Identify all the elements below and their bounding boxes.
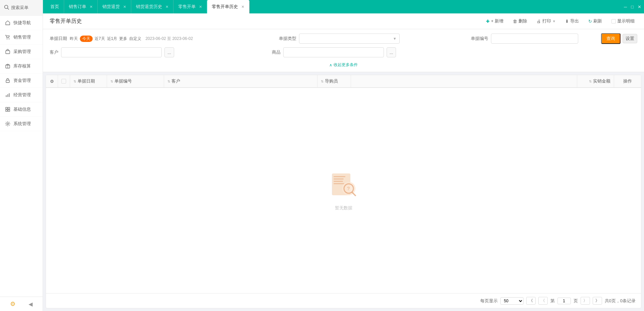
tab-close-icon[interactable]: ✕ [165,5,168,9]
prev-page-btn[interactable]: 〈 [538,297,548,305]
tab-close-icon[interactable]: ✕ [199,5,202,9]
filter-row-2: 客户 ... 商品 ... [50,47,637,57]
svg-rect-14 [8,110,10,111]
th-settings[interactable]: ⚙ [46,75,58,87]
sidebar-item-finance[interactable]: 资金管理 [0,73,43,88]
tab-sales-return[interactable]: 销货退货 ✕ [98,0,131,13]
date-custom-btn[interactable]: 自定义 [129,36,141,42]
add-btn[interactable]: ✚ + 新增 [483,17,506,25]
settings-footer-btn[interactable]: ⚙ [10,300,15,308]
sidebar-item-sys-mgmt[interactable]: 系统管理 [0,117,43,131]
sidebar-search[interactable]: 搜索采单 [0,0,43,16]
th-amount[interactable]: ⇅ 实销金额 [577,75,614,87]
customer-input[interactable] [61,47,162,57]
grid-icon [5,106,11,112]
sidebar-search-label: 搜索采单 [11,5,29,11]
next-page-btn[interactable]: 〉 [581,297,590,305]
date-more-btn[interactable]: 更多 [119,36,127,42]
svg-rect-12 [8,107,10,109]
table-settings-icon[interactable]: ⚙ [50,79,54,84]
date-yesterday-btn[interactable]: 昨天 [70,36,78,42]
sidebar-item-basic-info[interactable]: 基础信息 [0,102,43,117]
tab-home-label: 首页 [50,4,59,10]
pagination: 每页显示 50 10 20 100 《 〈 第 页 〉 》 共0页，0条记录 [46,293,641,308]
goods-filter: 商品 ... [272,47,487,57]
refresh-btn[interactable]: ↻ 刷新 [586,17,605,25]
table-header: ⚙ ⇅ 单据日期 ⇅ 单据编号 ⇅ 客户 ⇅ [46,75,641,88]
date-quicklinks: 昨天 今天 近7天 近1月 更多 自定义 [70,36,141,42]
svg-text:?: ? [347,186,350,191]
total-info: 共0页，0条记录 [605,298,636,304]
main-area: 首页 销售订单 ✕ 销货退货 ✕ 销货退货历史 ✕ 零售开单 ✕ 零售开单历史 … [43,0,644,311]
sidebar-item-purchase-mgmt[interactable]: 采购管理 [0,45,43,59]
tab-home[interactable]: 首页 [46,0,64,13]
chart-icon [5,92,11,98]
th-customer[interactable]: ⇅ 客户 [164,75,317,87]
th-date[interactable]: ⇅ 单据日期 [70,75,107,87]
svg-rect-17 [334,176,345,177]
collapse-bar[interactable]: ∧ 收起更多条件 [50,61,637,68]
toolbar: ✚ + 新增 🗑 删除 🖨 打印 ▼ ⬇ 导出 ↻ [483,17,637,25]
query-btn[interactable]: 查询 [601,33,621,44]
maximize-btn[interactable]: □ [631,4,634,9]
print-chevron-icon: ▼ [552,19,556,23]
date-today-btn[interactable]: 今天 [80,36,93,42]
tabs-bar-right: ─ □ ✕ [624,4,641,9]
close-btn[interactable]: ✕ [638,4,641,9]
sort-icon: ⇅ [73,80,76,83]
th-ops-label: 操作 [623,78,632,84]
date-month-btn[interactable]: 近1月 [107,36,117,42]
collapse-footer-btn[interactable]: ◀ [29,301,33,307]
customer-filter: 客户 ... [50,47,265,57]
tab-sales-order[interactable]: 销售订单 ✕ [64,0,98,13]
empty-illustration: ? [327,170,360,200]
sidebar-item-quick-nav[interactable]: 快捷导航 [0,16,43,30]
sidebar-item-sales-mgmt[interactable]: 销售管理 [0,30,43,45]
svg-point-2 [7,39,7,39]
gear-icon [5,121,11,127]
date-7days-btn[interactable]: 近7天 [95,36,105,42]
customer-ellipsis-btn[interactable]: ... [164,47,174,57]
tab-close-icon[interactable]: ✕ [90,5,93,9]
th-num-label: 单据编号 [114,78,132,84]
select-all-checkbox[interactable] [61,79,66,84]
svg-rect-4 [6,51,10,54]
tab-close-icon[interactable]: ✕ [123,5,126,9]
sidebar-item-label: 系统管理 [13,121,31,127]
last-page-btn[interactable]: 》 [593,297,602,305]
date-range-display: 2023-06-02 至 2023-06-02 [145,36,193,42]
goods-ellipsis-btn[interactable]: ... [387,47,396,57]
th-checkbox[interactable] [58,75,70,87]
tab-retail-open[interactable]: 零售开单 ✕ [174,0,207,13]
tab-sales-return-label: 销货退货 [102,4,120,10]
sidebar-item-label: 快捷导航 [13,20,31,26]
sidebar-item-inventory[interactable]: 库存核算 [0,59,43,73]
page-number-input[interactable] [557,298,571,304]
first-page-btn[interactable]: 《 [526,297,536,305]
customer-label: 客户 [50,49,58,55]
num-input[interactable] [491,34,578,44]
minimize-btn[interactable]: ─ [624,4,627,9]
filter-row-1: 单据日期 昨天 今天 近7天 近1月 更多 自定义 2023-06-02 至 2… [50,33,637,44]
goods-input[interactable] [283,47,384,57]
display-detail-btn[interactable]: 显示明细 [609,17,637,25]
settings-filter-btn[interactable]: 设置 [623,34,637,43]
type-select[interactable]: ▼ [299,34,400,44]
export-btn[interactable]: ⬇ 导出 [562,17,582,25]
delete-btn[interactable]: 🗑 删除 [510,17,530,25]
per-page-select[interactable]: 50 10 20 100 [500,297,524,305]
type-label: 单据类型 [279,36,296,42]
th-num[interactable]: ⇅ 单据编号 [107,75,164,87]
sort-icon: ⇅ [110,80,113,83]
print-btn[interactable]: 🖨 打印 ▼ [534,17,558,25]
empty-state: ? 暂无数据 [46,88,641,293]
sidebar-item-label: 资金管理 [13,77,31,84]
display-detail-checkbox[interactable] [611,19,616,23]
svg-point-15 [7,123,9,125]
tab-retail-history[interactable]: 零售开单历史 ✕ [207,0,249,13]
tab-close-icon[interactable]: ✕ [241,5,244,9]
th-guide[interactable]: ⇅ 导购员 [317,75,351,87]
svg-rect-8 [6,95,7,97]
tab-sales-return-history[interactable]: 销货退货历史 ✕ [131,0,174,13]
sidebar-item-operation[interactable]: 经营管理 [0,88,43,102]
